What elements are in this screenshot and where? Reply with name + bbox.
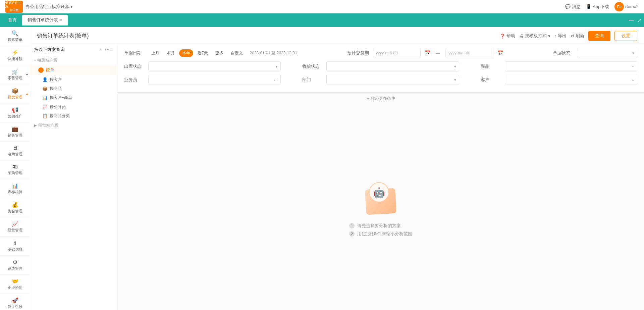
bill-status-select[interactable]: ▾	[577, 48, 637, 58]
sidebar-item-ecommerce[interactable]: 🖥 电商管理	[0, 142, 30, 160]
right-panel: 单据日期 上月 本月 本年 近7天 更多 自定义 2023-01-01 至 20…	[117, 44, 644, 310]
sidebar-item-wholesale[interactable]: 📦 批发管理 ▴	[0, 84, 30, 103]
user-info[interactable]: Ea demo2	[614, 2, 639, 11]
settings-scheme-icon[interactable]: ◎	[105, 47, 109, 53]
filter-row-2: 出库状态 ▾ 收款状态 ▾ 商品	[124, 61, 637, 71]
print-btn[interactable]: 🖨 按模板打印 ▾	[519, 33, 550, 39]
sidebar-item-business[interactable]: 📈 经营管理	[0, 217, 30, 237]
by-product-icon: 📦	[42, 86, 48, 91]
scheme-item-by-customer[interactable]: 👤 按客户	[30, 75, 117, 84]
add-scheme-icon[interactable]: ＋	[99, 47, 103, 53]
retail-arrow-icon: ▾	[26, 73, 28, 76]
date-btn-more[interactable]: 更多	[212, 49, 226, 57]
newbie-icon: 🚀	[0, 297, 30, 304]
mobile-scheme-group[interactable]: ▶ 移动端方案	[30, 120, 117, 130]
tab-home[interactable]: 首页	[3, 15, 22, 25]
payment-status-label: 收款状态	[302, 63, 322, 69]
sidebar-item-marketing[interactable]: 📢 营销推广	[0, 103, 30, 122]
wholesale-icon: 📦	[0, 88, 30, 94]
sidebar: 🔍 搜索菜单 ⚡ 快捷导航 🛒 零售管理 ▾ 📦 批发管理 ▴ 📢 营销推广 💼…	[0, 27, 30, 310]
pc-scheme-group[interactable]: ▾ 电脑端方案	[30, 55, 117, 65]
customer-more-icon[interactable]: ···	[630, 77, 634, 83]
bill-status-label: 单据状态	[553, 50, 573, 56]
date-btn-7days[interactable]: 近7天	[195, 49, 211, 57]
by-product-cat-icon: 📋	[42, 113, 48, 118]
enterprise-icon: 🤝	[0, 278, 30, 285]
filter-row-3: 业务员 ··· 部门 ▾ 客户	[124, 75, 637, 85]
sidebar-item-purchase[interactable]: 🛍 采购管理	[0, 160, 30, 179]
ship-status-select[interactable]: ▾	[148, 61, 281, 71]
scheme-item-by-salesperson[interactable]: 📈 按业务员	[30, 102, 117, 111]
help-btn[interactable]: ❓ 帮助	[500, 33, 515, 39]
customer-select[interactable]: ···	[505, 75, 637, 85]
date-btn-this-month[interactable]: 本月	[164, 49, 178, 57]
date-dash: —	[434, 51, 441, 56]
breadcrumb[interactable]: 办公用品行业模拟账套 ▾	[25, 4, 73, 10]
sales-icon: 💼	[0, 126, 30, 132]
salesperson-more-icon[interactable]: ···	[274, 77, 278, 83]
by-order-icon	[38, 67, 44, 73]
step-2-num: 2	[349, 231, 355, 237]
empty-illustration: 🤖	[357, 177, 404, 217]
export-icon: ↑	[554, 34, 557, 39]
sidebar-item-finance[interactable]: 💰 资金管理	[0, 198, 30, 217]
message-icon: 💬	[565, 4, 571, 9]
breadcrumb-text: 办公用品行业模拟账套	[25, 4, 69, 10]
by-customer-product-icon: 📊	[42, 95, 48, 100]
sidebar-item-newbie[interactable]: 🚀 新手引导	[0, 294, 30, 310]
collapse-scheme-icon[interactable]: «	[111, 47, 113, 53]
tab-close-btn[interactable]: ×	[60, 18, 62, 22]
sidebar-item-quick-nav[interactable]: ⚡ 快捷导航	[0, 46, 30, 65]
mobile-scheme-arrow-icon: ▶	[34, 123, 37, 127]
sidebar-system-label: 系统管理	[0, 266, 30, 271]
date-to-icon[interactable]: 📅	[497, 50, 503, 56]
expected-delivery-from[interactable]: yyyy-mm-dd	[373, 48, 421, 58]
date-btn-custom[interactable]: 自定义	[228, 49, 246, 57]
scheme-item-by-product[interactable]: 📦 按商品	[30, 84, 117, 93]
message-btn[interactable]: 💬 消息	[565, 4, 581, 10]
customer-label: 客户	[481, 77, 501, 83]
settings-button[interactable]: 设置	[614, 31, 637, 41]
scheme-item-by-order[interactable]: 按单	[30, 65, 117, 75]
scheme-item-by-customer-product[interactable]: 📊 按客户+商品	[30, 93, 117, 102]
scheme-item-by-product-cat[interactable]: 📋 按商品分类	[30, 111, 117, 120]
sidebar-item-basic[interactable]: ℹ 基础信息	[0, 237, 30, 256]
by-customer-label: 按客户	[50, 77, 62, 83]
pc-scheme-arrow-icon: ▾	[34, 58, 36, 62]
window-expand-btn[interactable]: ⤢	[637, 17, 641, 23]
sidebar-purchase-label: 采购管理	[0, 170, 30, 175]
sidebar-item-enterprise[interactable]: 🤝 企业协同	[0, 275, 30, 294]
date-from-icon[interactable]: 📅	[425, 50, 430, 56]
app-download-btn[interactable]: 📱 App下载	[586, 4, 609, 10]
window-minimize-btn[interactable]: —	[629, 17, 634, 23]
empty-state: 🤖 1 请先选择要分析的方案 2 用[过滤]条件来缩小分析范围	[117, 104, 644, 310]
product-more-icon[interactable]: ···	[630, 64, 634, 69]
date-btn-this-year[interactable]: 本年	[179, 49, 193, 57]
marketing-icon: 📢	[0, 107, 30, 113]
department-select[interactable]: ▾	[326, 75, 459, 85]
salesperson-select[interactable]: ···	[148, 75, 281, 85]
collapse-bar[interactable]: ∧ 收起更多条件	[117, 93, 644, 104]
retail-icon: 🛒	[0, 68, 30, 75]
inner-layout: 按以下方案查询 ＋ ◎ « ▾ 电脑端方案 按单	[30, 44, 644, 310]
search-icon: 🔍	[0, 30, 30, 37]
collapse-icon: ∧	[366, 96, 370, 101]
sidebar-item-search[interactable]: 🔍 搜索菜单	[0, 27, 30, 46]
by-salesperson-icon: 📈	[42, 104, 48, 109]
ship-status-label: 出库状态	[124, 63, 144, 69]
sidebar-item-retail[interactable]: 🛒 零售管理 ▾	[0, 65, 30, 84]
tab-sales-order[interactable]: 销售订单统计表 ×	[22, 15, 68, 25]
sidebar-basic-label: 基础信息	[0, 247, 30, 252]
sidebar-item-system[interactable]: ⚙ 系统管理	[0, 256, 30, 275]
payment-status-select[interactable]: ▾	[326, 61, 459, 71]
avatar: Ea	[614, 2, 624, 11]
query-button[interactable]: 查询	[588, 31, 610, 41]
sidebar-ecommerce-label: 电商管理	[0, 152, 30, 157]
product-select[interactable]: ···	[505, 61, 637, 71]
export-btn[interactable]: ↑ 导出	[554, 33, 567, 39]
refresh-btn[interactable]: ↺ 刷新	[571, 33, 584, 39]
sidebar-item-sales[interactable]: 💼 销售管理	[0, 122, 30, 142]
date-btn-last-month[interactable]: 上月	[148, 49, 162, 57]
sidebar-item-inventory[interactable]: 📊 库存核算	[0, 179, 30, 198]
expected-delivery-to[interactable]: yyyy-mm-dd	[445, 48, 493, 58]
